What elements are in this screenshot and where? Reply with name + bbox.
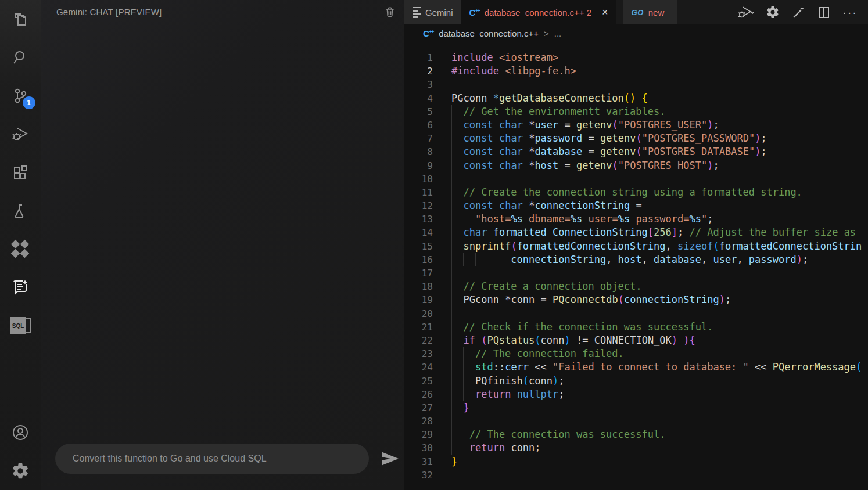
cloud-code-button[interactable] — [0, 230, 41, 268]
extensions-button[interactable] — [0, 153, 41, 192]
tab-label: database_connection.c++ 2 — [485, 8, 591, 17]
code-line[interactable]: 29 // The connection was successful. — [404, 428, 868, 441]
code-line[interactable]: 27 } — [404, 401, 868, 415]
indent-guide — [451, 266, 452, 280]
line-number: 11 — [404, 186, 433, 199]
code-line[interactable]: 13 "host=%s dbname=%s user=%s password=%… — [404, 212, 868, 226]
code-line[interactable]: 5 // Get the environmentt variables. — [404, 105, 868, 118]
tab-new[interactable]: GO new_ — [623, 0, 677, 24]
settings-gear-icon[interactable] — [766, 5, 780, 19]
cpp-icon: C++ — [469, 8, 480, 17]
testing-button[interactable] — [0, 192, 41, 230]
code-line[interactable]: 31} — [404, 455, 868, 469]
run-debug-dropdown-icon[interactable] — [737, 4, 754, 20]
line-number: 16 — [404, 253, 433, 266]
code-line[interactable]: 11 // Create the connection string using… — [404, 186, 868, 199]
code-line[interactable]: 14 char formatted ConnectionString[256];… — [404, 226, 868, 239]
line-number: 14 — [404, 226, 433, 239]
breadcrumb[interactable]: C++ database_connection.c++ > ... — [404, 24, 868, 42]
code-line[interactable]: 24 std::cerr << "Failed to connect to da… — [404, 361, 868, 374]
code-line[interactable]: 15 snprintf(formattedConnectionString, s… — [404, 240, 868, 253]
account-icon — [11, 423, 30, 442]
go-icon: GO — [632, 8, 644, 17]
magic-wand-icon[interactable] — [791, 5, 805, 19]
code-line[interactable]: 22 if (PQstatus(conn) != CONNECTION_OK) … — [404, 334, 868, 347]
gemini-chat-panel: Gemini: CHAT [PREVIEW] Convert this func… — [41, 0, 404, 490]
code-text: // Create a connection object. — [451, 280, 642, 293]
breadcrumb-more[interactable]: ... — [554, 28, 562, 38]
line-number: 15 — [404, 240, 433, 253]
line-number: 18 — [404, 280, 433, 293]
tab-gemini[interactable]: Gemini — [404, 0, 461, 24]
code-line[interactable]: 3 — [404, 78, 868, 91]
tab-label: new_ — [648, 8, 669, 17]
gemini-chat-button[interactable] — [0, 268, 41, 307]
code-line[interactable]: 8 const char *database = getenv("POSTGRE… — [404, 145, 868, 158]
code-line[interactable]: 18 // Create a connection object. — [404, 280, 868, 293]
code-text: PGconn *conn = PQconnectdb(connectionStr… — [451, 293, 731, 307]
code-line[interactable]: 30 return conn; — [404, 441, 868, 455]
search-button[interactable] — [0, 38, 41, 77]
list-icon — [413, 7, 421, 18]
send-button[interactable] — [380, 451, 401, 467]
line-number: 26 — [404, 388, 433, 401]
code-text: // The connection was successful. — [451, 428, 665, 441]
line-number: 5 — [404, 105, 433, 118]
cloud-code-icon — [11, 240, 30, 258]
clear-chat-button[interactable] — [384, 6, 396, 20]
run-debug-button[interactable] — [0, 115, 41, 153]
code-text: const char *host = getenv("POSTGRES_HOST… — [451, 159, 719, 172]
settings-button[interactable] — [0, 452, 41, 490]
line-number: 2 — [404, 64, 433, 78]
code-line[interactable]: 23 // The connection failed. — [404, 347, 868, 361]
code-line[interactable]: 1include <iostream> — [404, 51, 868, 64]
indent-guide — [451, 307, 452, 320]
gemini-chat-icon — [10, 278, 30, 297]
code-line[interactable]: 19 PGconn *conn = PQconnectdb(connection… — [404, 293, 868, 307]
line-number: 1 — [404, 51, 433, 64]
account-button[interactable] — [0, 413, 41, 452]
code-line[interactable]: 25 PQfinish(conn); — [404, 374, 868, 388]
line-number: 19 — [404, 293, 433, 307]
code-line[interactable]: 12 const char *connectionString = — [404, 199, 868, 212]
code-text: PGconn *getDatabaseConnection() { — [451, 92, 648, 105]
breadcrumb-file[interactable]: database_connection.c++ — [439, 28, 539, 38]
cloud-sql-button[interactable]: SQL — [0, 307, 41, 345]
line-number: 17 — [404, 266, 433, 280]
code-line[interactable]: 26 return nullptr; — [404, 388, 868, 401]
source-control-button[interactable]: 1 — [0, 77, 41, 115]
line-number: 32 — [404, 469, 433, 482]
code-line[interactable]: 10 — [404, 172, 868, 186]
explorer-icon — [11, 10, 30, 28]
code-editor[interactable]: 1include <iostream>2#include <libpg-fe.h… — [404, 42, 868, 490]
code-text: if (PQstatus(conn) != CONNECTION_OK) ){ — [451, 334, 695, 347]
code-line[interactable]: 32 — [404, 469, 868, 482]
code-line[interactable]: 28 — [404, 415, 868, 428]
chat-input[interactable]: Convert this function to Go and use Clou… — [55, 444, 369, 474]
code-text: snprintf(formattedConnectionString, size… — [451, 240, 862, 253]
line-number: 13 — [404, 212, 433, 226]
split-editor-icon[interactable] — [817, 5, 831, 19]
code-line[interactable]: 21 // Check if the connection was succes… — [404, 320, 868, 334]
code-line[interactable]: 16 connectionString, host, database, use… — [404, 253, 868, 266]
vscode-window: 1 — [0, 0, 868, 490]
more-actions-icon[interactable]: ··· — [842, 6, 858, 19]
code-line[interactable]: 2#include <libpg-fe.h> — [404, 64, 868, 78]
line-number: 24 — [404, 361, 433, 374]
code-line[interactable]: 9 const char *host = getenv("POSTGRES_HO… — [404, 159, 868, 172]
cloud-sql-icon: SQL — [10, 317, 31, 334]
code-line[interactable]: 20 — [404, 307, 868, 320]
code-line[interactable]: 7 const char *password = getenv("POSTGRE… — [404, 132, 868, 145]
tab-database-connection[interactable]: C++ database_connection.c++ 2 × — [461, 0, 616, 24]
code-line[interactable]: 4PGconn *getDatabaseConnection() { — [404, 92, 868, 105]
code-text: const char *user = getenv("POSTGRES_USER… — [451, 118, 719, 132]
line-number: 27 — [404, 401, 433, 415]
testing-icon — [11, 201, 30, 220]
code-text: include <iostream> — [451, 51, 558, 64]
close-icon[interactable]: × — [602, 7, 608, 17]
chat-panel-header: Gemini: CHAT [PREVIEW] — [41, 0, 404, 24]
explorer-button[interactable] — [0, 0, 41, 38]
code-line[interactable]: 17 — [404, 266, 868, 280]
code-line[interactable]: 6 const char *user = getenv("POSTGRES_US… — [404, 118, 868, 132]
send-icon — [380, 459, 401, 469]
